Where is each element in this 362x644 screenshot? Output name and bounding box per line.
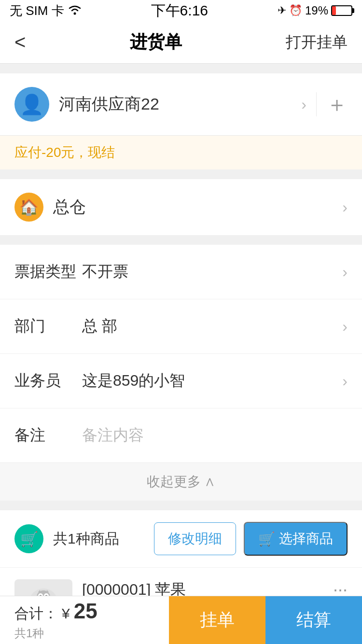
battery-icon [331, 5, 352, 16]
select-cart-icon: 🛒 [258, 531, 275, 547]
dept-row[interactable]: 部门 总 部 › [0, 299, 362, 354]
dept-chevron-icon: › [342, 318, 348, 336]
total-amount: 25 [74, 599, 97, 623]
sales-row[interactable]: 业务员 这是859的小智 › [0, 354, 362, 408]
invoice-value: 不开票 [82, 261, 342, 282]
cart-icon: 🛒 [20, 531, 38, 547]
supplier-row[interactable]: 👤 河南供应商22 › ＋ [0, 73, 362, 136]
battery-percentage: 19% [305, 4, 328, 17]
sales-value: 这是859的小智 [82, 370, 342, 392]
remark-label: 备注 [14, 425, 82, 446]
sales-chevron-icon: › [342, 372, 348, 390]
invoice-label: 票据类型 [14, 261, 82, 282]
svg-point-0 [73, 12, 76, 14]
warehouse-name: 总仓 [53, 196, 342, 218]
supplier-name: 河南供应商22 [59, 93, 301, 115]
sales-label: 业务员 [14, 370, 82, 392]
footer: 合计： ¥ 25 共1种 挂单 结算 [0, 596, 362, 644]
warehouse-icon: 🏠 [19, 198, 39, 216]
dept-value: 总 部 [82, 316, 342, 337]
section-gap-1 [0, 64, 362, 73]
warehouse-icon-wrap: 🏠 [14, 193, 43, 222]
open-hang-button[interactable]: 打开挂单 [286, 32, 348, 53]
page-title: 进货单 [130, 30, 182, 54]
remark-input[interactable]: 备注内容 [82, 425, 348, 446]
section-gap-2 [0, 169, 362, 179]
select-product-button[interactable]: 🛒 选择商品 [244, 522, 348, 556]
wifi-icon [68, 3, 82, 18]
back-button[interactable]: < [14, 31, 26, 53]
nav-bar: < 进货单 打开挂单 [0, 21, 362, 64]
supplier-avatar-icon: 👤 [20, 93, 44, 116]
form-section: 票据类型 不开票 › 部门 总 部 › 业务员 这是859的小智 › 备注 备注… [0, 245, 362, 501]
total-label: 合计： [14, 604, 58, 624]
collapse-label: 收起更多 ∧ [147, 474, 216, 489]
status-right: ✈ ⏰ 19% [278, 4, 352, 17]
modify-detail-button[interactable]: 修改明细 [154, 522, 236, 555]
dept-label: 部门 [14, 316, 82, 337]
total-symbol: ¥ [62, 605, 70, 622]
invoice-chevron-icon: › [342, 263, 348, 281]
status-time: 下午6:16 [151, 1, 208, 21]
footer-total: 合计： ¥ 25 共1种 [0, 599, 169, 641]
supplier-chevron-icon: › [301, 96, 306, 113]
collapse-bar[interactable]: 收起更多 ∧ [0, 462, 362, 501]
warehouse-section: 🏠 总仓 › [0, 179, 362, 235]
location-icon: ✈ [278, 4, 286, 17]
alarm-icon: ⏰ [289, 4, 302, 17]
warehouse-chevron-icon: › [342, 198, 348, 216]
supplier-section: 👤 河南供应商22 › ＋ 应付-20元，现结 [0, 73, 362, 169]
add-button[interactable]: ＋ [326, 90, 348, 119]
product-count-text: 共1种商品 [53, 529, 154, 549]
footer-total-main: 合计： ¥ 25 [14, 599, 154, 624]
remark-row[interactable]: 备注 备注内容 [0, 408, 362, 462]
product-count-icon: 🛒 [14, 524, 43, 553]
vertical-divider [316, 92, 317, 116]
invoice-row[interactable]: 票据类型 不开票 › [0, 245, 362, 299]
payment-info: 应付-20元，现结 [0, 136, 362, 169]
section-gap-3 [0, 235, 362, 245]
carrier-text: 无 SIM 卡 [10, 2, 64, 19]
product-header: 🛒 共1种商品 修改明细 🛒 选择商品 [0, 510, 362, 567]
hang-button[interactable]: 挂单 [169, 596, 265, 644]
checkout-button[interactable]: 结算 [265, 596, 362, 644]
warehouse-row[interactable]: 🏠 总仓 › [0, 179, 362, 235]
footer-total-sub: 共1种 [14, 626, 154, 641]
supplier-avatar: 👤 [14, 87, 49, 122]
select-product-label: 选择商品 [279, 530, 333, 548]
status-bar: 无 SIM 卡 下午6:16 ✈ ⏰ 19% [0, 0, 362, 21]
section-gap-4 [0, 501, 362, 510]
status-left: 无 SIM 卡 [10, 2, 82, 19]
